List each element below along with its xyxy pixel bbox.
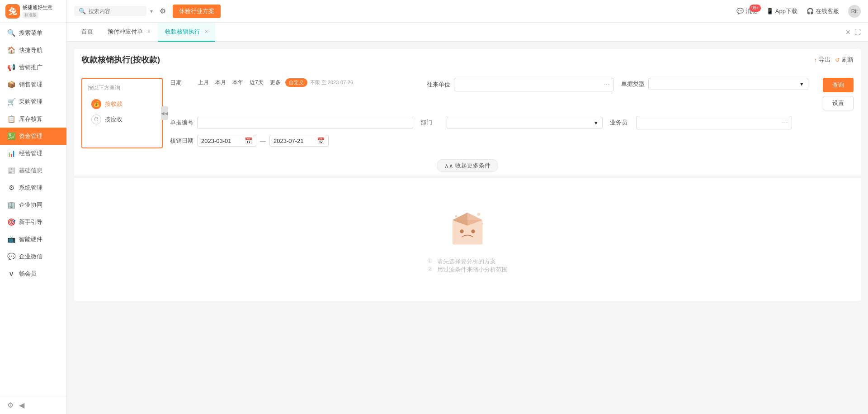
date-this-month[interactable]: 本月 (213, 78, 228, 87)
sidebar-item-label: 智能硬件 (19, 235, 42, 243)
writeoff-date-label: 核销日期 (170, 137, 193, 145)
refresh-label: 刷新 (842, 56, 854, 64)
sidebar-item-marketing[interactable]: 📢 营销推广 (0, 59, 66, 76)
sidebar-item-sales[interactable]: 📦 销售管理 (0, 76, 66, 93)
writeoff-end-input[interactable] (274, 138, 314, 144)
tab-close-icon[interactable]: × (205, 29, 208, 35)
svg-point-6 (477, 213, 481, 216)
date-last-month[interactable]: 上月 (196, 78, 211, 87)
sidebar-item-label: 经营管理 (19, 149, 42, 157)
industry-solution-button[interactable]: 休验行业方案 (173, 5, 221, 18)
refresh-button[interactable]: ↺ 刷新 (835, 56, 854, 64)
customer-service-label: 在线客服 (816, 7, 839, 15)
writeoff-start-input[interactable] (201, 138, 242, 144)
sidebar-item-label: 企业微信 (19, 252, 42, 261)
svg-point-5 (455, 215, 458, 218)
date-7days[interactable]: 近7天 (248, 78, 265, 87)
collapse-filter-icon[interactable]: ◀◀ (161, 106, 168, 120)
empty-illustration (445, 205, 490, 250)
logo-badge: 标准版 (23, 12, 38, 19)
sidebar-item-operation[interactable]: 📊 经营管理 (0, 145, 66, 162)
empty-state: ① 请先选择要分析的方案 ② 用过滤条件来缩小分析范围 (74, 178, 861, 301)
date-more[interactable]: 更多 (268, 78, 283, 87)
calendar-start-icon[interactable]: 📅 (245, 137, 252, 144)
settings-button[interactable]: 设置 (823, 96, 854, 110)
avatar: Rit (848, 5, 861, 18)
sidebar-item-shortcut[interactable]: 🏠 快捷导航 (0, 42, 66, 59)
empty-hint-1: ① 请先选择要分析的方案 (427, 257, 508, 266)
sidebar-menu: 🔍 搜索菜单 🏠 快捷导航 📢 营销推广 📦 销售管理 🛒 采购管理 📋 库存核… (0, 23, 66, 396)
top-header: 🔍 ▾ ⚙ 休验行业方案 💬 消息 99+ 📱 App下载 🎧 在线客服 (67, 0, 868, 23)
partner-label: 往来单位 (427, 81, 450, 89)
collapse-more-button[interactable]: ∧∧ 收起更多条件 (437, 159, 498, 172)
tab-receipt-writeoff[interactable]: 收款核销执行 × (158, 23, 215, 42)
tab-fullscreen-icon[interactable]: ⛶ (854, 29, 861, 36)
tab-close-icon[interactable]: × (147, 29, 151, 35)
marketing-icon: 📢 (7, 63, 15, 71)
purchase-icon: 🛒 (7, 98, 15, 106)
sidebar-item-label: 营销推广 (19, 63, 42, 71)
date-custom[interactable]: 自定义 (285, 78, 307, 87)
filter-by-receipt[interactable]: 💰 按收款 (88, 96, 156, 112)
doc-type-select[interactable]: ▾ (648, 78, 808, 90)
tab-close-window-icon[interactable]: ✕ (845, 29, 851, 36)
filter-by-receivable[interactable]: ⏱ 按应收 (88, 112, 156, 127)
sidebar-item-label: 企业协同 (19, 201, 42, 209)
date-this-year[interactable]: 本年 (231, 78, 245, 87)
search-icon: 🔍 (7, 29, 15, 37)
settings-icon[interactable]: ⚙ (7, 401, 14, 409)
dropdown-arrow-icon[interactable]: ▾ (150, 8, 153, 14)
tab-home[interactable]: 首页 (74, 23, 100, 42)
customer-service-action[interactable]: 🎧 在线客服 (807, 7, 839, 15)
sidebar-item-purchase[interactable]: 🛒 采购管理 (0, 93, 66, 110)
export-icon: ↑ (814, 57, 817, 63)
sidebar-item-finance[interactable]: 💹 资金管理 (0, 128, 66, 145)
sidebar-item-label: 新手引导 (19, 218, 42, 226)
sidebar-item-label: 销售管理 (19, 81, 42, 89)
tab-label: 收款核销执行 (165, 28, 200, 36)
main-area: 🔍 ▾ ⚙ 休验行业方案 💬 消息 99+ 📱 App下载 🎧 在线客服 (67, 0, 868, 414)
sidebar-item-label: 系统管理 (19, 184, 42, 192)
sidebar-item-hardware[interactable]: 📺 智能硬件 (0, 231, 66, 248)
writeoff-end-wrapper[interactable]: 📅 (269, 135, 329, 147)
tab-label: 预付冲应付单 (108, 28, 143, 36)
hardware-icon: 📺 (7, 235, 15, 243)
export-button[interactable]: ↑ 导出 (814, 56, 831, 64)
sidebar-item-wechat[interactable]: 💬 企业微信 (0, 248, 66, 265)
message-badge: 99+ (750, 5, 761, 12)
header-search-box[interactable]: 🔍 (74, 6, 146, 16)
filter-by-receipt-label: 按收款 (105, 100, 123, 108)
sidebar-item-inventory[interactable]: 📋 库存核算 (0, 110, 66, 128)
calendar-end-icon[interactable]: 📅 (317, 137, 325, 144)
sidebar-item-basic[interactable]: 📰 基础信息 (0, 162, 66, 179)
query-button[interactable]: 查询 (823, 78, 854, 92)
date-hint: 不限 至 2023-07-26 (310, 79, 353, 86)
sidebar-item-enterprise[interactable]: 🏢 企业协同 (0, 196, 66, 214)
partner-input[interactable]: ··· (454, 78, 614, 91)
header-gear-icon[interactable]: ⚙ (156, 5, 169, 18)
salesman-input[interactable]: ··· (636, 116, 792, 129)
collapse-sidebar-icon[interactable]: ◀ (19, 401, 24, 409)
inventory-icon: 📋 (7, 115, 15, 123)
user-profile[interactable]: Rit (848, 5, 861, 18)
doc-number-input[interactable] (197, 117, 413, 129)
sidebar-item-member[interactable]: V 畅会员 (0, 265, 66, 282)
page-title-bar: 收款核销执行(按收款) ↑ 导出 ↺ 刷新 (74, 49, 861, 71)
receipt-filter-icon: 💰 (91, 99, 101, 109)
empty-hint-2: ② 用过滤条件来缩小分析范围 (427, 266, 508, 274)
dept-select[interactable]: ▾ (447, 117, 603, 129)
writeoff-start-wrapper[interactable]: 📅 (197, 135, 256, 147)
tab-prepay[interactable]: 预付冲应付单 × (100, 23, 158, 42)
sidebar-bottom: ⚙ ◀ (0, 396, 66, 414)
page-content: 收款核销执行(按收款) ↑ 导出 ↺ 刷新 按以下方查询 💰 按收款 (67, 42, 868, 414)
sidebar-item-label: 基础信息 (19, 167, 42, 175)
app-download-action[interactable]: 📱 App下载 (766, 7, 797, 15)
sidebar-item-system[interactable]: ⚙ 系统管理 (0, 179, 66, 196)
message-action[interactable]: 💬 消息 99+ (736, 7, 757, 15)
sidebar-item-guide[interactable]: 🎯 新手引导 (0, 214, 66, 231)
sidebar-item-search[interactable]: 🔍 搜索菜单 (0, 24, 66, 42)
basic-icon: 📰 (7, 167, 15, 175)
page-title: 收款核销执行(按收款) (81, 54, 160, 65)
header-search-input[interactable] (89, 8, 142, 14)
member-icon: V (7, 270, 15, 278)
